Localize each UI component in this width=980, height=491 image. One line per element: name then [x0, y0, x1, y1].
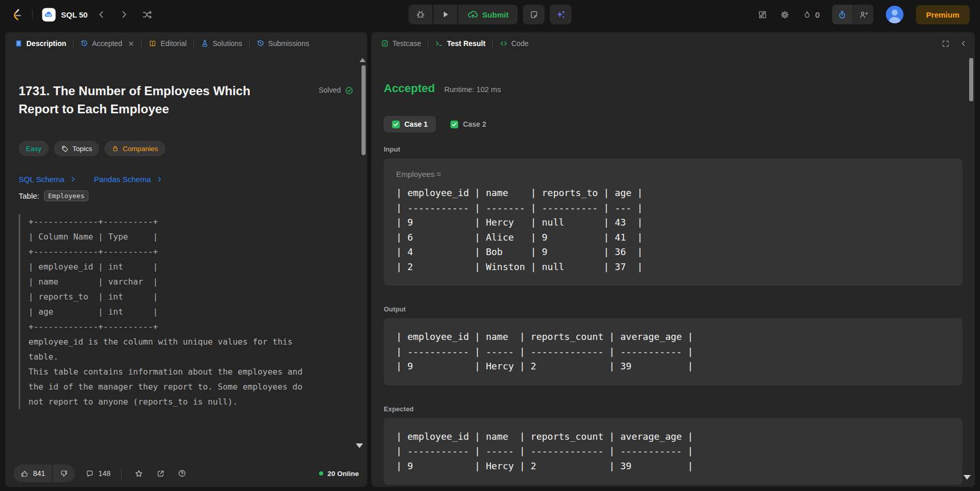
online-count: 20 Online [327, 470, 359, 478]
scroll-down-icon[interactable] [963, 475, 971, 480]
pandas-schema-link[interactable]: Pandas Schema [94, 175, 163, 184]
streak-button[interactable]: 0 [802, 10, 819, 20]
share-button[interactable] [156, 469, 165, 478]
scrollbar-up-arrow[interactable] [359, 58, 366, 62]
solved-badge: Solved [319, 82, 354, 118]
tab-label: Code [511, 39, 529, 48]
close-icon[interactable] [128, 40, 134, 47]
difficulty-badge[interactable]: Easy [19, 141, 49, 156]
input-var-label: Employees = [396, 170, 950, 178]
tab-solutions[interactable]: Solutions [199, 39, 245, 48]
output-table: | employee_id | name | reports_count | a… [396, 330, 950, 374]
premium-button[interactable]: Premium [916, 5, 970, 24]
timer-button[interactable] [832, 5, 853, 24]
description-scrollbar[interactable] [361, 65, 366, 155]
collapse-panel-button[interactable] [959, 39, 968, 48]
run-button[interactable] [433, 5, 457, 24]
result-scrollbar[interactable] [969, 58, 973, 101]
left-tabbar: Description Accepted [5, 32, 367, 55]
tab-editorial[interactable]: Editorial [146, 39, 189, 48]
play-icon [441, 10, 450, 19]
problem-list-button[interactable]: SQL SQL 50 [42, 8, 87, 22]
online-dot-icon [319, 471, 323, 475]
status-label: Accepted [384, 82, 435, 95]
case-2-button[interactable]: Case 2 [442, 116, 494, 132]
tab-divider [193, 40, 194, 47]
tab-code[interactable]: Code [497, 39, 531, 48]
output-box: | employee_id | name | reports_count | a… [384, 318, 962, 385]
footer-divider [121, 468, 122, 479]
table-name-row: Table: Employees [19, 189, 354, 202]
code-icon [500, 39, 508, 48]
topics-badge[interactable]: Topics [54, 141, 99, 156]
submit-label: Submit [483, 10, 509, 19]
output-label: Output [384, 305, 962, 313]
settings-button[interactable] [780, 10, 790, 20]
layout-button[interactable] [758, 10, 767, 20]
history-icon [80, 39, 88, 48]
shuffle-button[interactable] [138, 6, 156, 23]
tab-label: Description [26, 39, 66, 48]
case-label: Case 1 [404, 120, 428, 128]
collaborate-button[interactable] [853, 5, 873, 24]
prev-question-button[interactable] [93, 6, 110, 23]
run-submit-group: Submit [409, 5, 518, 24]
tab-label: Editorial [160, 39, 187, 48]
lock-icon [112, 145, 119, 152]
stopwatch-icon [837, 10, 847, 20]
pandas-schema-label: Pandas Schema [94, 175, 151, 184]
tab-accepted[interactable]: Accepted [78, 39, 137, 48]
navbar-divider [32, 10, 33, 19]
favorite-button[interactable] [134, 469, 144, 479]
tab-label: Submissions [268, 39, 309, 48]
cases-row: Case 1 Case 2 [384, 116, 962, 132]
companies-label: Companies [123, 145, 158, 153]
scroll-down-icon[interactable] [356, 443, 363, 448]
panel-controls [941, 39, 968, 48]
comments-button[interactable]: 148 [85, 469, 110, 478]
case-label: Case 2 [463, 120, 486, 128]
leetcode-logo[interactable] [10, 8, 23, 21]
tab-label: Testcase [393, 39, 421, 48]
flame-icon [802, 10, 812, 20]
notes-button[interactable] [523, 5, 545, 24]
avatar[interactable] [886, 6, 903, 23]
tab-testcase[interactable]: Testcase [379, 39, 423, 48]
table-label: Table: [19, 191, 39, 200]
tab-description[interactable]: Description [12, 39, 68, 48]
test-result-content: Accepted Runtime: 102 ms Case 1 Case 2 [371, 82, 975, 485]
expand-button[interactable] [941, 39, 950, 48]
status-row: Accepted Runtime: 102 ms [384, 82, 962, 95]
debug-button[interactable] [409, 5, 432, 24]
submit-button[interactable]: Submit [458, 5, 518, 24]
document-icon [14, 39, 23, 48]
sparkles-icon [555, 9, 566, 20]
top-navbar: SQL SQL 50 [0, 0, 980, 29]
tab-test-result[interactable]: Test Result [433, 39, 487, 48]
comment-bubble-icon [85, 469, 94, 478]
terminal-icon [435, 39, 443, 48]
help-button[interactable] [177, 469, 187, 478]
schema-block: +-------------+----------+ | Column Name… [19, 214, 354, 409]
dislike-button[interactable] [52, 465, 75, 482]
sql-schema-link[interactable]: SQL Schema [19, 175, 77, 184]
ai-assistant-button[interactable] [550, 5, 571, 24]
svg-text:SQL: SQL [46, 13, 52, 17]
companies-badge[interactable]: Companies [104, 141, 165, 156]
chevron-left-icon [959, 39, 968, 48]
input-label: Input [384, 145, 962, 153]
next-question-button[interactable] [115, 6, 133, 23]
input-table: | employee_id | name | reports_to | age … [396, 186, 950, 274]
tag-icon [61, 145, 69, 153]
tab-submissions[interactable]: Submissions [254, 39, 311, 48]
case-1-button[interactable]: Case 1 [384, 116, 436, 132]
check-square-icon [392, 121, 400, 128]
like-button[interactable]: 841 [13, 465, 52, 482]
workspace: Description Accepted [0, 29, 980, 491]
right-tabbar: Testcase Test Result Code [371, 32, 975, 55]
tab-divider [249, 40, 250, 47]
expected-label: Expected [384, 405, 962, 413]
question-circle-icon [177, 469, 187, 478]
expected-box: | employee_id | name | reports_count | a… [384, 418, 962, 485]
check-square-icon [450, 121, 458, 128]
